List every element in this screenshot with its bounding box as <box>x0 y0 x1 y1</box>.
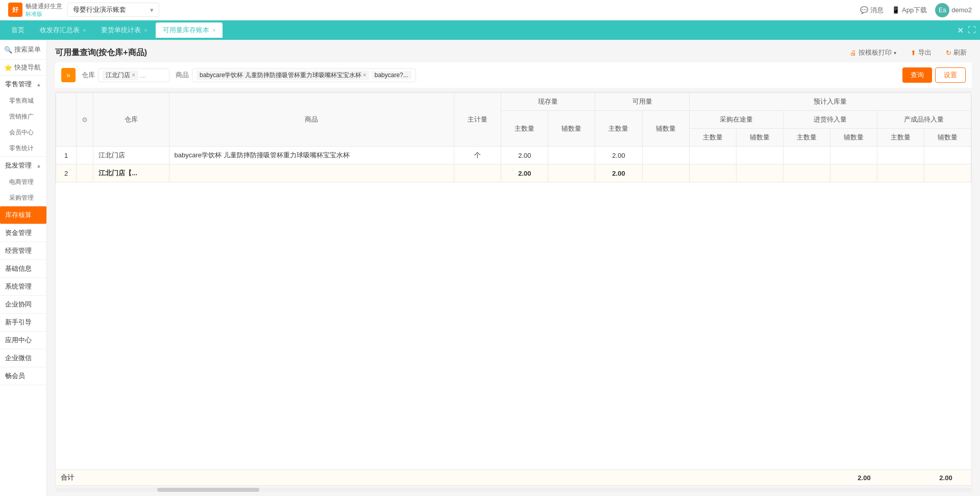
sidebar-item-members[interactable]: 会员中心 <box>0 125 46 140</box>
row-production-aux <box>924 164 971 182</box>
scroll-thumb[interactable] <box>157 488 259 492</box>
th-available: 可用量 <box>595 93 689 111</box>
tab-close-all-btn[interactable]: ✕ <box>957 26 964 35</box>
export-icon: ⬆ <box>911 49 916 57</box>
total-avail-main: 2.00 <box>925 474 966 482</box>
tab-fullscreen-btn[interactable]: ⛶ <box>968 26 976 35</box>
row-avail-aux <box>642 147 689 164</box>
user-profile[interactable]: Ea demo2 <box>935 3 972 17</box>
industry-selector[interactable]: 母婴行业演示账套 ▾ <box>67 3 159 17</box>
th-purchase-aux: 辅数量 <box>736 129 783 147</box>
sidebar-group-operations-title[interactable]: 经营管理 <box>0 242 46 259</box>
th-main-unit: 主计量 <box>454 93 501 147</box>
search-icon: 🔍 <box>4 46 12 54</box>
sidebar-group-app-center: 应用中心 <box>0 332 46 349</box>
total-label: 合计 <box>61 473 74 482</box>
table-row: 2 江北门店【... 2.00 2.00 <box>56 164 971 182</box>
warehouse-more[interactable]: ... <box>140 72 146 79</box>
sidebar: 🔍 搜索菜单 ⭐ 快捷导航 零售管理 零售商城 营销推广 会员中心 零售统计 批… <box>0 40 47 496</box>
horizontal-scrollbar[interactable] <box>55 488 972 492</box>
sidebar-group-basic-info: 基础信息 <box>0 260 46 278</box>
tab-home[interactable]: 首页 <box>4 22 32 38</box>
tab-available-inventory[interactable]: 可用量库存账本 × <box>156 22 223 38</box>
product-tag-1: babycare学饮杯 儿童防摔防撞吸管杯重力球吸嘴杯宝宝水杯 × <box>197 70 370 80</box>
logo-text: 畅捷通好生意 标准版 <box>26 3 62 18</box>
sidebar-search[interactable]: 🔍 搜索菜单 <box>0 40 46 60</box>
sidebar-group-retail-title[interactable]: 零售管理 <box>0 76 46 93</box>
sidebar-group-guide-title[interactable]: 新手引导 <box>0 314 46 331</box>
settings-btn[interactable]: 设置 <box>935 67 966 83</box>
th-avail-main: 主数量 <box>595 111 642 147</box>
page-actions: 🖨 按模板打印 ▾ ⬆ 导出 ↻ 刷新 <box>845 46 972 59</box>
warehouse-tag: 江北门店 × <box>103 70 138 80</box>
product-input[interactable]: babycare学饮杯 儿童防摔防撞吸管杯重力球吸嘴杯宝宝水杯 × babyca… <box>192 68 416 82</box>
content-area: 可用量查询(按仓库+商品) 🖨 按模板打印 ▾ ⬆ 导出 ↻ 刷新 » <box>47 40 980 496</box>
total-stock-main: 2.00 <box>844 474 885 482</box>
sidebar-group-operations: 经营管理 <box>0 242 46 260</box>
product-tag-1-close[interactable]: × <box>363 72 366 79</box>
template-print-btn[interactable]: 🖨 按模板打印 ▾ <box>845 46 901 59</box>
sidebar-item-retail-stats[interactable]: 零售统计 <box>0 140 46 156</box>
tab-order-stats[interactable]: 要货单统计表 × <box>94 22 154 38</box>
sidebar-group-system: 系统管理 <box>0 278 46 296</box>
sidebar-group-system-title[interactable]: 系统管理 <box>0 278 46 295</box>
chevron-down-icon: ▾ <box>150 6 154 14</box>
chevron-print-icon: ▾ <box>894 50 896 56</box>
sidebar-group-basic-info-title[interactable]: 基础信息 <box>0 260 46 277</box>
app-download-btn[interactable]: 📱 App下载 <box>892 6 927 15</box>
th-planned-inbound: 预计入库量 <box>689 93 971 111</box>
sidebar-group-member-title[interactable]: 畅会员 <box>0 367 46 385</box>
table-container: ⚙ 仓库 商品 主计量 现存量 可用量 预计入库量 主数量 辅数量 主数量 辅数… <box>55 92 972 470</box>
row-production-main <box>877 147 924 164</box>
row-inbound-aux <box>830 164 877 182</box>
row-purchase-main <box>689 147 736 164</box>
th-stock-aux: 辅数量 <box>548 111 595 147</box>
sidebar-item-marketing[interactable]: 营销推广 <box>0 109 46 125</box>
tab-close-order-stats[interactable]: × <box>144 27 147 33</box>
tab-close-receipt-summary[interactable]: × <box>83 27 86 33</box>
sidebar-item-retail-mall[interactable]: 零售商城 <box>0 93 46 109</box>
row-production-aux <box>924 147 971 164</box>
th-production-main: 主数量 <box>877 129 924 147</box>
page-header: 可用量查询(按仓库+商品) 🖨 按模板打印 ▾ ⬆ 导出 ↻ 刷新 <box>47 40 980 62</box>
export-btn[interactable]: ⬆ 导出 <box>905 46 937 59</box>
sidebar-group-wholesale-title[interactable]: 批发管理 <box>0 157 46 174</box>
sidebar-group-guide: 新手引导 <box>0 314 46 332</box>
gear-icon[interactable]: ⚙ <box>82 116 88 124</box>
filter-expand-btn[interactable]: » <box>61 68 76 82</box>
row-stock-aux <box>548 147 595 164</box>
sidebar-group-inventory-title[interactable]: 库存核算 <box>0 206 46 224</box>
sidebar-item-ecommerce[interactable]: 电商管理 <box>0 174 46 190</box>
tab-receipt-summary[interactable]: 收发存汇总表 × <box>33 22 93 38</box>
print-icon: 🖨 <box>850 49 856 57</box>
th-purchase-main: 主数量 <box>689 129 736 147</box>
main-layout: 🔍 搜索菜单 ⭐ 快捷导航 零售管理 零售商城 营销推广 会员中心 零售统计 批… <box>0 40 980 496</box>
sidebar-group-wechat-title[interactable]: 企业微信 <box>0 349 46 367</box>
sidebar-group-app-center-title[interactable]: 应用中心 <box>0 332 46 349</box>
th-production-aux: 辅数量 <box>924 129 971 147</box>
th-stock-main: 主数量 <box>501 111 548 147</box>
avatar: Ea <box>935 3 949 17</box>
row-unit: 个 <box>454 147 501 164</box>
row-product: babycare学饮杯 儿童防摔防撞吸管杯重力球吸嘴杯宝宝水杯 <box>169 147 454 164</box>
query-btn[interactable]: 查询 <box>902 67 932 83</box>
row-stock-main: 2.00 <box>501 147 548 164</box>
warehouse-input[interactable]: 江北门店 × ... <box>98 68 169 82</box>
logo-area: 好 畅捷通好生意 标准版 <box>8 3 62 18</box>
refresh-btn[interactable]: ↻ 刷新 <box>941 46 972 59</box>
sidebar-quick-nav[interactable]: ⭐ 快捷导航 <box>0 60 46 76</box>
warehouse-tag-close[interactable]: × <box>132 72 135 79</box>
th-avail-aux: 辅数量 <box>642 111 689 147</box>
sidebar-group-finance-title[interactable]: 资金管理 <box>0 224 46 242</box>
message-btn[interactable]: 💬 消息 <box>860 6 884 15</box>
sidebar-group-enterprise-title[interactable]: 企业协同 <box>0 296 46 313</box>
sidebar-group-wechat: 企业微信 <box>0 349 46 367</box>
logo-icon: 好 <box>8 3 22 17</box>
row-stock-main: 2.00 <box>501 164 548 182</box>
header-left: 好 畅捷通好生意 标准版 母婴行业演示账套 ▾ <box>8 3 159 18</box>
th-product: 商品 <box>169 93 454 147</box>
inventory-table: ⚙ 仓库 商品 主计量 现存量 可用量 预计入库量 主数量 辅数量 主数量 辅数… <box>56 92 971 182</box>
refresh-icon: ↻ <box>946 49 951 57</box>
sidebar-item-procurement[interactable]: 采购管理 <box>0 190 46 206</box>
tab-close-available-inventory[interactable]: × <box>212 27 215 33</box>
